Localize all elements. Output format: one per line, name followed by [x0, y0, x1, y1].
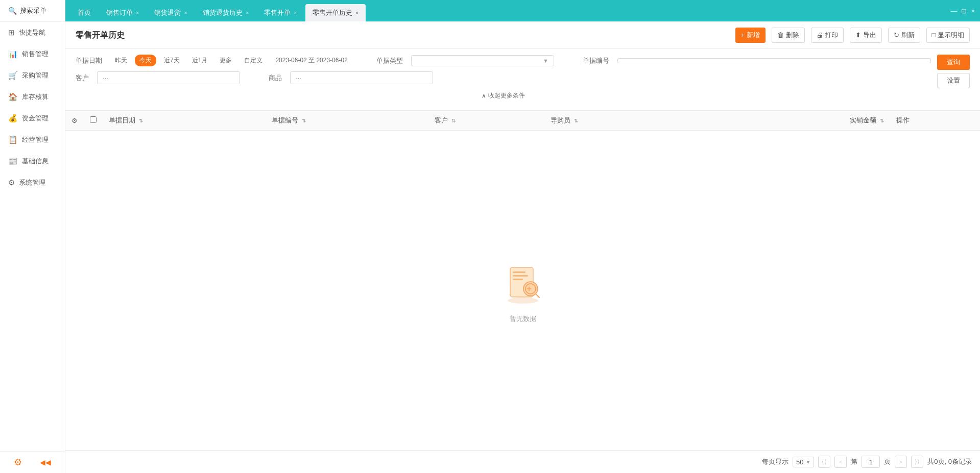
sidebar-item-inventory[interactable]: 🏠 库存核算: [0, 86, 65, 108]
per-page-label: 每页显示: [762, 457, 788, 466]
sidebar-nav: ⊞ 快捷导航 📊 销售管理 🛒 采购管理 🏠 库存核算 💰 资金管理 📋 经营管…: [0, 22, 65, 451]
tab-retail-open-history[interactable]: 零售开单历史 ×: [305, 4, 366, 21]
th-amount-label: 实销金额: [850, 116, 876, 124]
export-button[interactable]: ⬆ 导出: [850, 28, 882, 43]
tab-home-label: 首页: [78, 8, 91, 17]
add-button[interactable]: + 新增: [735, 28, 766, 43]
sidebar-item-finance[interactable]: 💰 资金管理: [0, 108, 65, 129]
query-button[interactable]: 查询: [937, 55, 970, 70]
sidebar-item-purchase-mgmt[interactable]: 🛒 采购管理: [0, 65, 65, 86]
search-label: 搜索采单: [20, 6, 46, 15]
page-first-btn[interactable]: ⟨⟨: [818, 456, 830, 468]
column-settings-icon[interactable]: ⚙: [71, 117, 78, 125]
footer-collapse-icon[interactable]: ◀◀: [40, 458, 51, 466]
sidebar-item-sales-mgmt[interactable]: 📊 销售管理: [0, 43, 65, 65]
tab-sales-order[interactable]: 销售订单 ×: [99, 4, 146, 21]
filter-settings-button[interactable]: 设置: [937, 73, 970, 88]
guide-sort-icon[interactable]: ⇅: [574, 118, 578, 123]
tab-sales-return[interactable]: 销货退货 ×: [147, 4, 194, 21]
per-page-select[interactable]: 50 ▼: [793, 457, 814, 467]
goods-placeholder: ···: [296, 74, 301, 82]
data-table: ⚙ 单据日期 ⇅ 单据编号 ⇅ 客户 ⇅: [65, 111, 980, 131]
svg-rect-3: [513, 275, 528, 277]
tab-home[interactable]: 首页: [70, 4, 98, 21]
close-btn[interactable]: ×: [971, 7, 975, 15]
search-icon: 🔍: [8, 7, 17, 15]
th-action-label: 操作: [896, 116, 910, 124]
th-number: 单据编号 ⇅: [266, 111, 428, 131]
filter-row-2: 客户 ··· 商品 ···: [76, 71, 931, 84]
goods-filter-label: 商品: [269, 73, 282, 83]
customer-sort-icon[interactable]: ⇅: [451, 118, 456, 123]
purchase-mgmt-icon: 🛒: [8, 71, 18, 80]
sidebar-footer: ⚙ ◀◀: [0, 451, 65, 473]
table-header-row: ⚙ 单据日期 ⇅ 单据编号 ⇅ 客户 ⇅: [65, 111, 980, 131]
sidebar-item-operations[interactable]: 📋 经营管理: [0, 129, 65, 151]
empty-text: 暂无数据: [510, 314, 536, 323]
tab-retail-open-label: 零售开单: [264, 8, 291, 17]
action-buttons: 查询 设置: [937, 55, 970, 88]
quick-nav-icon: ⊞: [8, 28, 15, 37]
date-btn-custom[interactable]: 自定义: [240, 55, 267, 66]
tab-sales-return-label: 销货退货: [154, 8, 181, 17]
tab-retail-open[interactable]: 零售开单 ×: [257, 4, 304, 21]
date-btn-1month[interactable]: 近1月: [187, 55, 212, 66]
svg-rect-4: [513, 279, 523, 280]
tab-retail-open-close[interactable]: ×: [294, 10, 297, 16]
date-sort-icon[interactable]: ⇅: [139, 118, 143, 123]
refresh-button[interactable]: ↻ 刷新: [888, 28, 920, 43]
th-action: 操作: [890, 111, 980, 131]
number-filter-input[interactable]: [617, 58, 931, 63]
base-info-icon: 📰: [8, 157, 18, 166]
empty-state: 暂无数据: [65, 131, 980, 450]
collapse-label: 收起更多条件: [488, 91, 525, 100]
amount-sort-icon[interactable]: ⇅: [880, 118, 884, 123]
sidebar-item-quick-nav[interactable]: ⊞ 快捷导航: [0, 22, 65, 43]
th-guide-label: 导购员: [551, 116, 570, 124]
sidebar-item-sys-mgmt[interactable]: ⚙ 系统管理: [0, 172, 65, 193]
page-next-btn[interactable]: ＞: [895, 456, 907, 468]
customer-filter-input[interactable]: ···: [97, 71, 240, 84]
date-btn-more[interactable]: 更多: [215, 55, 236, 66]
delete-button[interactable]: 🗑 删除: [772, 28, 805, 43]
tab-sales-return-close[interactable]: ×: [184, 10, 187, 16]
collapse-icon: ∧: [482, 92, 486, 99]
th-checkbox: [84, 111, 103, 131]
tab-sales-return-history[interactable]: 销货退货历史 ×: [196, 4, 256, 21]
page-last-btn[interactable]: ⟩⟩: [911, 456, 923, 468]
restore-btn[interactable]: ⊡: [961, 7, 967, 15]
filter-fields: 单据日期 昨天 今天 近7天 近1月 更多 自定义 2023-06-02 至 2…: [76, 55, 931, 104]
date-filter-label: 单据日期: [76, 56, 102, 65]
sales-mgmt-icon: 📊: [8, 49, 18, 59]
page-title-row: 零售开单历史 + 新增 🗑 删除 🖨 打印 ⬆ 导出 ↻ 刷新 □ 显示明细: [76, 28, 970, 43]
inventory-icon: 🏠: [8, 92, 18, 102]
tab-sales-return-history-close[interactable]: ×: [246, 10, 249, 16]
goods-filter-input[interactable]: ···: [290, 71, 433, 84]
type-filter-select[interactable]: ▼: [411, 55, 554, 66]
date-btn-yesterday[interactable]: 昨天: [110, 55, 132, 66]
select-all-checkbox[interactable]: [90, 116, 97, 123]
date-btn-today[interactable]: 今天: [135, 55, 156, 66]
th-customer-label: 客户: [435, 116, 448, 124]
number-filter-label: 单据编号: [583, 56, 609, 65]
total-records: 共0页, 0条记录: [927, 457, 972, 466]
collapse-row[interactable]: ∧ 收起更多条件: [76, 89, 931, 104]
footer-settings-icon[interactable]: ⚙: [14, 457, 22, 468]
per-page-arrow: ▼: [805, 459, 810, 465]
search-entry[interactable]: 🔍 搜索采单: [0, 0, 65, 22]
tab-sales-return-history-label: 销货退货历史: [203, 8, 243, 17]
number-sort-icon[interactable]: ⇅: [302, 118, 306, 123]
sidebar-item-base-info[interactable]: 📰 基础信息: [0, 151, 65, 172]
th-spacer: [684, 111, 727, 131]
print-button[interactable]: 🖨 打印: [811, 28, 844, 43]
show-detail-button[interactable]: □ 显示明细: [926, 28, 970, 43]
page-number-input[interactable]: [862, 456, 880, 468]
tab-sales-order-close[interactable]: ×: [136, 10, 139, 16]
tab-retail-open-history-close[interactable]: ×: [355, 10, 358, 16]
th-date-label: 单据日期: [109, 116, 135, 124]
tab-retail-open-history-label: 零售开单历史: [313, 8, 352, 17]
minimize-btn[interactable]: —: [950, 7, 957, 15]
page-prev-btn[interactable]: ＜: [834, 456, 847, 468]
svg-point-0: [508, 297, 538, 304]
date-btn-7days[interactable]: 近7天: [159, 55, 184, 66]
